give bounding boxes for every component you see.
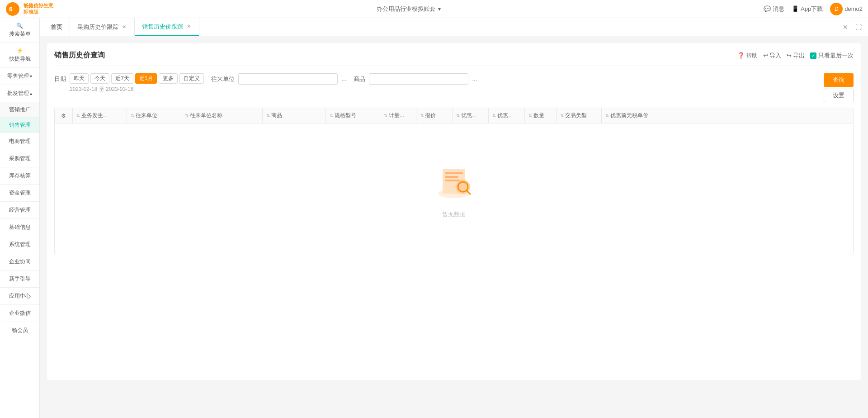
sidebar-item-beginner-guide[interactable]: 新手引导 — [0, 271, 39, 288]
sidebar-item-basic-info[interactable]: 基础信息 — [0, 219, 39, 236]
th-unit-name[interactable]: ⇅ 往来单位名称 — [181, 108, 263, 123]
tab-home[interactable]: 首页 — [43, 18, 70, 36]
product-input[interactable] — [369, 73, 468, 85]
sidebar-item-finance-mgmt[interactable]: 资金管理 — [0, 185, 39, 202]
date-btn-more[interactable]: 更多 — [159, 73, 178, 84]
th-discount2[interactable]: ⇅ 优惠... — [489, 108, 525, 123]
sidebar-item-ecommerce-mgmt[interactable]: 电商管理 — [0, 133, 39, 150]
product-input-group: ... — [369, 73, 477, 85]
th-qty[interactable]: ⇅ 数量 — [525, 108, 557, 123]
th-uom-sort-icon: ⇅ — [384, 113, 387, 118]
sidebar-item-wholesale-mgmt[interactable]: 批发管理 ▴ — [0, 85, 39, 102]
page-card: 销售历史价查询 ❓ 帮助 ↩ 导入 ↪ 导出 — [47, 43, 861, 380]
th-qty-sort-icon: ⇅ — [528, 113, 532, 118]
svg-rect-6 — [445, 180, 461, 181]
export-btn[interactable]: ↪ 导出 — [787, 52, 805, 60]
sidebar-item-sales-mgmt[interactable]: 销售管理 — [0, 118, 39, 133]
tab-purchase-history[interactable]: 采购历史价跟踪 ✕ — [70, 18, 135, 36]
svg-text:6: 6 — [9, 5, 13, 13]
table-header: ⚙ ⇅ 业务发生... ⇅ 往来单位 ⇅ 往来单位名称 — [55, 108, 853, 124]
avatar: D — [830, 3, 843, 15]
th-product-sort-icon: ⇅ — [266, 113, 270, 118]
tab-right-buttons: ✕ ⛶ — [840, 22, 864, 33]
logo-area: 6 畅捷信好生意 标准版 — [5, 2, 53, 16]
close-purchase-history-tab[interactable]: ✕ — [121, 24, 127, 30]
app-download-btn[interactable]: 📱 App下载 — [792, 5, 823, 13]
chat-btn[interactable]: 💬 消息 — [764, 5, 784, 13]
sidebar-item-inventory-check[interactable]: 库存核算 — [0, 167, 39, 185]
query-btn[interactable]: 查询 — [824, 73, 854, 87]
content-area: 首页 采购历史价跟踪 ✕ 销售历史价跟踪 ✕ ✕ ⛶ 销售历史价查询 — [40, 18, 868, 418]
date-range-text: 2023-02-18 至 2023-03-18 — [70, 86, 204, 93]
sidebar-item-search-menu[interactable]: 🔍 搜索菜单 — [0, 18, 39, 43]
wholesale-submenu: 营销推广 销售管理 — [0, 102, 39, 133]
date-btn-custom[interactable]: 自定义 — [179, 73, 204, 84]
th-unit-code[interactable]: ⇅ 往来单位 — [127, 108, 181, 123]
sidebar-item-system-mgmt[interactable]: 系统管理 — [0, 236, 39, 253]
date-btn-1month[interactable]: 近1月 — [135, 73, 157, 84]
sidebar-item-ops-mgmt[interactable]: 经营管理 — [0, 202, 39, 219]
top-header: 6 畅捷信好生意 标准版 办公用品行业模拟账套 ▾ 💬 消息 📱 App下载 D… — [0, 0, 868, 18]
user-profile-btn[interactable]: D demo2 — [830, 3, 863, 15]
help-btn[interactable]: ❓ 帮助 — [737, 52, 758, 60]
th-unit-code-sort-icon: ⇅ — [131, 113, 134, 118]
th-unit-name-sort-icon: ⇅ — [185, 113, 189, 118]
sidebar-item-marketing[interactable]: 营销推广 — [0, 102, 39, 118]
product-label: 商品 — [354, 73, 365, 83]
checkbox-checked-icon: ✓ — [810, 52, 816, 59]
logo-text: 畅捷信好生意 标准版 — [24, 3, 53, 14]
th-discount2-sort-icon: ⇅ — [492, 113, 496, 118]
th-uom[interactable]: ⇅ 计量... — [380, 108, 416, 123]
th-settings[interactable]: ⚙ — [55, 108, 73, 123]
th-notax-sort-icon: ⇅ — [605, 113, 609, 118]
tab-sales-history[interactable]: 销售历史价跟踪 ✕ — [135, 18, 199, 36]
sidebar-item-purchase-mgmt[interactable]: 采购管理 — [0, 150, 39, 167]
th-spec[interactable]: ⇅ 规格型号 — [326, 108, 380, 123]
sidebar-item-enterprise-coop[interactable]: 企业协同 — [0, 253, 39, 271]
date-btn-7days[interactable]: 近7天 — [111, 73, 133, 84]
export-icon: ↪ — [787, 52, 792, 59]
th-notax-price[interactable]: ⇅ 优惠前无税单价 — [602, 108, 853, 123]
product-filter-group: 商品 ... — [354, 73, 477, 85]
th-date[interactable]: ⇅ 业务发生... — [73, 108, 127, 123]
th-trade-sort-icon: ⇅ — [560, 113, 564, 118]
empty-state-icon — [431, 160, 476, 205]
sidebar-item-app-center[interactable]: 应用中心 — [0, 288, 39, 305]
quick-nav-icon: ⚡ — [16, 48, 23, 54]
th-price-sort-icon: ⇅ — [420, 113, 424, 118]
date-btn-yesterday[interactable]: 昨天 — [70, 73, 89, 84]
from-unit-input[interactable] — [238, 73, 338, 85]
sidebar-item-quick-nav[interactable]: ⚡ 快捷导航 — [0, 43, 39, 68]
close-sales-history-tab[interactable]: ✕ — [186, 24, 192, 29]
logo-icon: 6 — [5, 2, 20, 16]
th-discount1[interactable]: ⇅ 优惠... — [453, 108, 489, 123]
settings-btn[interactable]: 设置 — [824, 89, 854, 102]
fullscreen-btn[interactable]: ⛶ — [853, 22, 864, 33]
empty-state-text: 暂无数据 — [442, 210, 466, 218]
sidebar: 🔍 搜索菜单 ⚡ 快捷导航 零售管理 ▾ 批发管理 ▴ 营销推广 销售管理 — [0, 18, 40, 418]
date-label: 日期 — [54, 73, 66, 83]
th-price[interactable]: ⇅ 报价 — [416, 108, 453, 123]
sidebar-item-member-club[interactable]: 畅会员 — [0, 322, 39, 339]
from-unit-filter-group: 往来单位 ... — [211, 73, 346, 85]
workspace-dropdown-btn[interactable]: ▾ — [438, 6, 441, 12]
svg-rect-5 — [445, 176, 458, 178]
workspace-title: 办公用品行业模拟账套 — [377, 5, 435, 13]
sidebar-item-retail-mgmt[interactable]: 零售管理 ▾ — [0, 68, 39, 85]
date-btn-today[interactable]: 今天 — [90, 73, 109, 84]
only-last-checkbox[interactable]: ✓ 只看最后一次 — [810, 52, 854, 60]
filter-actions: 查询 设置 — [824, 73, 854, 102]
date-buttons: 昨天 今天 近7天 近1月 更多 自定义 — [70, 73, 204, 84]
import-btn[interactable]: ↩ 导入 — [763, 52, 781, 60]
from-unit-dots-btn[interactable]: ... — [341, 76, 346, 82]
close-all-tabs-btn[interactable]: ✕ — [840, 22, 851, 33]
filter-row: 日期 昨天 今天 近7天 近1月 更多 自定义 2023-02-18 至 202… — [54, 73, 854, 102]
help-icon: ❓ — [737, 52, 745, 59]
th-trade-type[interactable]: ⇅ 交易类型 — [557, 108, 602, 123]
import-icon: ↩ — [763, 52, 768, 59]
sidebar-item-enterprise-wechat[interactable]: 企业微信 — [0, 305, 39, 322]
product-dots-btn[interactable]: ... — [472, 76, 477, 82]
th-spec-sort-icon: ⇅ — [330, 113, 333, 118]
wholesale-arrow-icon: ▴ — [30, 91, 32, 96]
th-product[interactable]: ⇅ 商品 — [263, 108, 326, 123]
